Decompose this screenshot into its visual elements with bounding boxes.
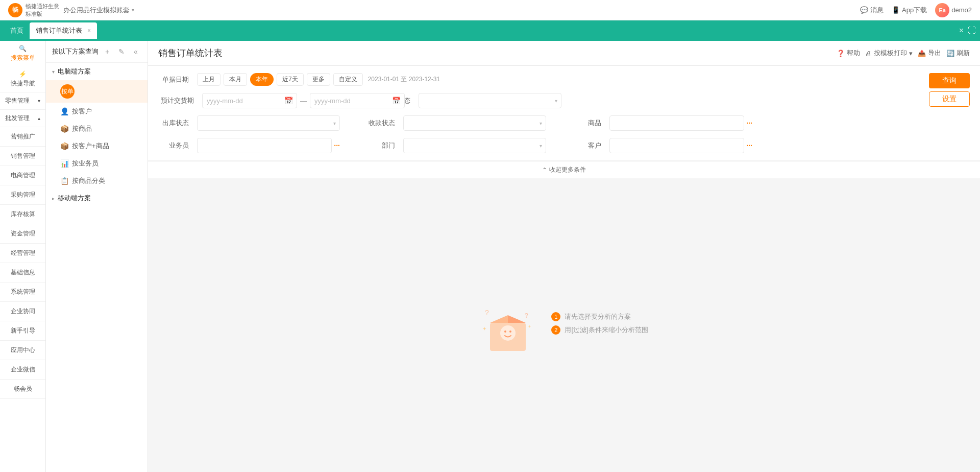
sidebar-item-ecommerce[interactable]: 电商管理 xyxy=(0,166,45,185)
svg-text:?: ? xyxy=(485,309,489,317)
scheme-item-by-product[interactable]: 📦 按商品 xyxy=(46,120,148,137)
goods-label: 商品 xyxy=(571,119,601,128)
date-btn-last-7-days[interactable]: 近7天 xyxy=(277,73,304,86)
collapse-panel-button[interactable]: « xyxy=(130,46,141,57)
delivery-date-start-input[interactable] xyxy=(202,93,297,108)
customer-scheme-icon: 👤 xyxy=(60,107,69,115)
sidebar-item-inventory[interactable]: 库存核算 xyxy=(0,205,45,224)
sidebar-item-sales[interactable]: 销售管理 xyxy=(0,147,45,166)
date-btn-custom[interactable]: 自定义 xyxy=(333,73,363,86)
print-icon: 🖨 xyxy=(865,50,872,57)
chevron-down-icon: ▾ xyxy=(38,98,40,104)
goods-more-icon[interactable]: ··· xyxy=(746,119,752,127)
maximize-window-button[interactable]: ⛶ xyxy=(968,26,976,35)
left-panel-header: 按以下方案查询 + ✎ « xyxy=(46,41,148,63)
date-btn-this-year[interactable]: 本年 xyxy=(250,73,274,86)
refresh-button[interactable]: 🔄 刷新 xyxy=(946,49,970,58)
active-scheme-indicator: 按单 xyxy=(60,84,75,99)
page-title: 销售订单统计表 xyxy=(158,47,223,59)
customer-input[interactable] xyxy=(609,138,744,153)
date-btn-more[interactable]: 更多 xyxy=(307,73,330,86)
help-button[interactable]: ❓ 帮助 xyxy=(837,49,860,58)
filter-area: 单据日期 上月 本月 本年 近7天 更多 自定义 2023-01-01 至 20… xyxy=(148,66,980,161)
app-download-button[interactable]: 📱 App下载 xyxy=(892,6,927,15)
goods-input[interactable] xyxy=(609,115,744,131)
tab-home[interactable]: 首页 xyxy=(4,22,30,39)
sidebar-search[interactable]: 🔍 搜索菜单 xyxy=(0,41,45,66)
delivery-date-group: 📅 — 📅 xyxy=(202,93,355,108)
settings-button[interactable]: 设置 xyxy=(929,91,970,107)
salesperson-input[interactable] xyxy=(197,138,332,153)
empty-content: ? ? ✦ ✦ 1 请先选择要分析的方案 xyxy=(480,300,648,351)
help-icon: ❓ xyxy=(837,50,845,57)
template-print-button[interactable]: 🖨 按模板打印 ▾ xyxy=(865,49,913,58)
user-menu[interactable]: Ea demo2 xyxy=(935,3,972,17)
collapse-icon: ⌃ xyxy=(542,167,547,174)
empty-hint-1: 1 请先选择要分析的方案 xyxy=(551,312,648,321)
breadcrumb-dropdown-icon[interactable]: ▾ xyxy=(132,7,134,13)
svg-point-3 xyxy=(509,331,511,333)
edit-scheme-button[interactable]: ✎ xyxy=(116,46,127,57)
scheme-group-desktop-header[interactable]: ▾ 电脑端方案 xyxy=(46,63,148,80)
filter-row-delivery: 预计交货期 📅 — 📅 xyxy=(158,93,921,108)
svg-point-2 xyxy=(504,331,506,333)
refresh-icon: 🔄 xyxy=(946,50,954,57)
left-panel-actions: + ✎ « xyxy=(102,46,141,57)
department-label: 部门 xyxy=(364,141,395,150)
sidebar-item-system[interactable]: 系统管理 xyxy=(0,282,45,302)
date-btn-last-month[interactable]: 上月 xyxy=(197,73,220,86)
scheme-item-by-customer[interactable]: 👤 按客户 xyxy=(46,103,148,120)
page-title-row: 销售订单统计表 ❓ 帮助 🖨 按模板打印 ▾ 📤 xyxy=(158,47,970,59)
tab-close-icon[interactable]: × xyxy=(87,27,91,34)
sidebar-item-appstore[interactable]: 应用中心 xyxy=(0,341,45,360)
scheme-item-by-product-category[interactable]: 📋 按商品分类 xyxy=(46,172,148,190)
payment-status-select[interactable] xyxy=(403,115,546,131)
department-select[interactable] xyxy=(403,138,546,153)
date-range-display: 2023-01-01 至 2023-12-31 xyxy=(368,75,440,84)
sidebar-item-wechat[interactable]: 企业微信 xyxy=(0,360,45,380)
order-status-select[interactable] xyxy=(419,93,561,108)
scheme-group-mobile-header[interactable]: ▸ 移动端方案 xyxy=(46,190,148,207)
sidebar-item-purchase[interactable]: 采购管理 xyxy=(0,185,45,205)
close-window-button[interactable]: × xyxy=(959,26,964,35)
scheme-item-by-customer-product[interactable]: 📦 按客户+商品 xyxy=(46,137,148,155)
date-btn-this-month[interactable]: 本月 xyxy=(224,73,247,86)
customer-more-icon[interactable]: ··· xyxy=(746,141,752,150)
page-actions: ❓ 帮助 🖨 按模板打印 ▾ 📤 导出 🔄 xyxy=(837,49,970,58)
sidebar-quick-nav[interactable]: ⚡ 快捷导航 xyxy=(0,66,45,92)
delivery-status-select[interactable] xyxy=(197,115,340,131)
collapse-bar[interactable]: ⌃ 收起更多条件 xyxy=(148,161,980,178)
top-bar-left: 畅 畅捷通好生意 标准版 办公用品行业模拟账套 ▾ xyxy=(8,3,134,17)
empty-hint-2: 2 用[过滤]条件来缩小分析范围 xyxy=(551,325,648,335)
sidebar-item-marketing[interactable]: 营销推广 xyxy=(0,127,45,147)
scheme-item-by-order[interactable]: 按单 xyxy=(46,80,148,103)
expected-delivery-label: 预计交货期 xyxy=(158,96,194,105)
right-content: 销售订单统计表 ❓ 帮助 🖨 按模板打印 ▾ 📤 xyxy=(148,41,980,472)
sidebar-item-retail[interactable]: 零售管理 ▾ xyxy=(0,92,45,110)
sidebar-item-operations[interactable]: 经营管理 xyxy=(0,244,45,263)
salesperson-more-icon[interactable]: ··· xyxy=(334,141,340,150)
expand-mobile-icon: ▸ xyxy=(52,196,55,201)
sidebar-item-enterprise[interactable]: 企业协同 xyxy=(0,302,45,321)
action-buttons: 查询 设置 xyxy=(929,73,970,107)
scheme-item-by-salesperson[interactable]: 📊 按业务员 xyxy=(46,155,148,172)
filter-row-date: 单据日期 上月 本月 本年 近7天 更多 自定义 2023-01-01 至 20… xyxy=(158,73,921,86)
sidebar-item-guide[interactable]: 新手引导 xyxy=(0,321,45,341)
export-button[interactable]: 📤 导出 xyxy=(918,49,941,58)
calendar-icon-start: 📅 xyxy=(284,97,293,105)
logo-text: 畅捷通好生意 标准版 xyxy=(26,3,59,17)
salesperson-label: 业务员 xyxy=(158,141,189,150)
logo-icon: 畅 xyxy=(8,3,22,17)
sidebar-item-member[interactable]: 畅会员 xyxy=(0,380,45,399)
sidebar-item-finance[interactable]: 资金管理 xyxy=(0,224,45,244)
page-header: 销售订单统计表 ❓ 帮助 🖨 按模板打印 ▾ 📤 xyxy=(148,41,980,66)
query-button[interactable]: 查询 xyxy=(929,73,970,88)
sidebar-item-basic[interactable]: 基础信息 xyxy=(0,263,45,282)
tab-sales-order-stats[interactable]: 销售订单统计表 × xyxy=(30,22,97,39)
sidebar-item-wholesale[interactable]: 批发管理 ▴ xyxy=(0,110,45,127)
message-button[interactable]: 💬 消息 xyxy=(860,6,884,15)
add-scheme-button[interactable]: + xyxy=(102,46,113,57)
main-layout: 🔍 搜索菜单 ⚡ 快捷导航 零售管理 ▾ 批发管理 ▴ 营销推广 销售管理 电商… xyxy=(0,41,980,472)
delivery-date-end-input[interactable] xyxy=(310,93,405,108)
chevron-up-icon: ▴ xyxy=(38,115,40,121)
